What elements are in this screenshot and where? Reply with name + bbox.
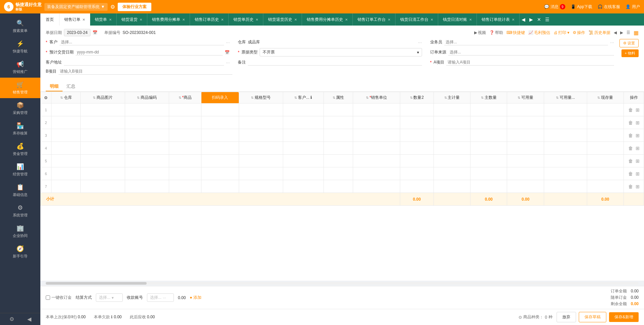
discard-button[interactable]: 放弃 xyxy=(557,312,576,322)
copy-row-6-btn[interactable]: ⊞ xyxy=(635,170,640,177)
tab-fee-split[interactable]: 销售费用分摊单 ✕ xyxy=(147,13,190,26)
tab-close-all-btn[interactable]: ✕ xyxy=(535,13,543,26)
close-receivable-reconcile-tab[interactable]: ✕ xyxy=(469,18,472,22)
tab-sales-refund[interactable]: 销货退货 ✕ xyxy=(117,13,147,26)
grid-view-btn[interactable]: ☰ xyxy=(627,30,630,35)
sidebar-item-operation[interactable]: 📊 经营管理 xyxy=(0,160,40,180)
col-stock[interactable]: 现存量 xyxy=(587,92,623,104)
customer-more-btn[interactable]: ··· xyxy=(226,40,230,45)
col-main-unit[interactable]: 主计量 xyxy=(433,92,470,104)
sidebar-item-quick[interactable]: ⚡ 快捷导航 xyxy=(0,37,40,57)
sidebar-settings-btn[interactable]: ⚙ xyxy=(9,316,14,322)
a-project-input[interactable] xyxy=(446,59,614,66)
close-sales-refund-tab[interactable]: ✕ xyxy=(140,18,142,22)
tab-order-workbench[interactable]: 销售订单工作台 ✕ xyxy=(353,13,395,26)
close-order-history-tab[interactable]: ✕ xyxy=(221,18,224,22)
sidebar-collapse-btn[interactable]: ◀ xyxy=(27,316,31,322)
sidebar-item-guide[interactable]: 🧭 新手引导 xyxy=(0,242,40,262)
profit-btn[interactable]: 📈 毛利预估 xyxy=(528,30,550,36)
col-product-name[interactable]: *商品 xyxy=(169,92,201,104)
sidebar-item-sales[interactable]: 🛒 销售管理 xyxy=(0,78,40,98)
close-order-workbench-tab[interactable]: ✕ xyxy=(388,18,390,22)
close-fee-history-tab[interactable]: ✕ xyxy=(345,18,348,22)
receipt-account-select[interactable]: 选择... ··· xyxy=(147,293,174,302)
scroll-thumb[interactable] xyxy=(46,282,147,285)
close-sales-stat-tab[interactable]: ✕ xyxy=(512,18,515,22)
tab-prev-btn[interactable]: ◀ xyxy=(520,13,527,26)
warehouse-more-btn[interactable]: ··· xyxy=(418,40,422,45)
add-payment-btn[interactable]: ● 添加 xyxy=(190,295,201,300)
help-btn[interactable]: ❓ 帮助 xyxy=(489,30,503,36)
sidebar-item-finance[interactable]: 💰 资金管理 xyxy=(0,139,40,160)
prev-record-btn[interactable]: ◀ xyxy=(614,30,617,35)
shortcut-btn[interactable]: ⌨ 快捷键 xyxy=(506,30,525,36)
invoice-type-select[interactable]: 不开票 ▾ xyxy=(260,48,422,56)
tab-return-history[interactable]: 销货单历史 ✕ xyxy=(229,13,263,26)
col-settings[interactable]: ⚙ xyxy=(41,92,51,104)
tab-order-history[interactable]: 销售订单历史 ✕ xyxy=(190,13,229,26)
tab-sales-order[interactable]: 销售订单 ✕ xyxy=(60,13,90,26)
tab-menu-btn[interactable]: ☰ xyxy=(543,13,552,26)
user-btn[interactable]: 👤 用户 xyxy=(626,4,640,10)
address-more-btn[interactable]: ··· xyxy=(226,60,230,65)
col-available[interactable]: 可用量 xyxy=(507,92,544,104)
close-sales-return-tab[interactable]: ✕ xyxy=(109,18,112,22)
tab-detail[interactable]: 明细 xyxy=(46,82,63,91)
message-btn[interactable]: 💬 消息 9 xyxy=(544,4,565,10)
solution-button[interactable]: 体验行业方案 xyxy=(118,3,151,11)
close-refund-history-tab[interactable]: ✕ xyxy=(294,18,297,22)
history-btn[interactable]: 📜 历史单据 xyxy=(589,30,610,36)
salesperson-input[interactable] xyxy=(444,39,608,45)
copy-row-2-btn[interactable]: ⊞ xyxy=(635,119,640,126)
tab-home[interactable]: 首页 xyxy=(40,13,60,26)
copy-row-5-btn[interactable]: ⊞ xyxy=(635,158,640,164)
tab-sales-stat[interactable]: 销售订单统计表 ✕ xyxy=(477,13,520,26)
sidebar-item-base[interactable]: 📋 基础信息 xyxy=(0,180,40,201)
customer-address-input[interactable] xyxy=(64,59,224,66)
save-new-button[interactable]: 保存&新增 xyxy=(609,312,639,322)
operations-btn[interactable]: ⚙ 操作 xyxy=(573,30,585,36)
table-view-btn[interactable]: ▦ xyxy=(634,30,639,36)
col-product-image[interactable]: 商品图片 xyxy=(81,92,125,104)
col-customer-ref[interactable]: 客户... ℹ xyxy=(283,92,324,104)
tab-receivable-reconcile[interactable]: 钱货日清对账 ✕ xyxy=(438,13,477,26)
sidebar-item-marketing[interactable]: 📢 营销推广 xyxy=(0,57,40,78)
order-source-input[interactable] xyxy=(448,49,614,55)
video-btn[interactable]: ▶ 视频 xyxy=(474,30,486,36)
sidebar-item-inventory[interactable]: 🏪 库存核算 xyxy=(0,119,40,139)
copy-row-7-btn[interactable]: ⊞ xyxy=(635,183,640,190)
sidebar-item-search[interactable]: 🔍 搜索菜单 xyxy=(0,16,40,37)
app-download-btn[interactable]: 📱 App下载 xyxy=(571,4,592,10)
col-scan-entry[interactable]: 扫码录入 xyxy=(201,92,239,104)
tab-fee-history[interactable]: 销售费用分摊单历史 ✕ xyxy=(302,13,353,26)
online-service-btn[interactable]: 🎧 在线客服 xyxy=(598,4,620,10)
salesperson-more-btn[interactable]: ··· xyxy=(610,40,614,45)
calendar2-icon[interactable]: 📅 xyxy=(225,50,230,55)
gear-button[interactable]: ⚙ xyxy=(110,4,115,10)
tab-refund-history[interactable]: 销货退货历史 ✕ xyxy=(263,13,302,26)
one-click-checkbox[interactable] xyxy=(46,295,50,300)
copy-row-3-btn[interactable]: ⊞ xyxy=(635,132,640,139)
remark-input[interactable] xyxy=(248,59,422,66)
copy-row-1-btn[interactable]: ⊞ xyxy=(635,107,640,113)
tab-receivable-workbench[interactable]: 钱货日清工作台 ✕ xyxy=(395,13,438,26)
sidebar-item-purchase[interactable]: 📦 采购管理 xyxy=(0,98,40,119)
calendar-icon[interactable]: 📅 xyxy=(92,30,98,35)
tab-sales-return[interactable]: 销货单 ✕ xyxy=(90,13,117,26)
b-project-input[interactable] xyxy=(59,68,232,75)
save-draft-button[interactable]: 保存草稿 xyxy=(579,312,606,322)
delete-row-1-btn[interactable]: 🗑 xyxy=(628,107,634,113)
close-receivable-workbench-tab[interactable]: ✕ xyxy=(430,18,433,22)
delete-row-5-btn[interactable]: 🗑 xyxy=(628,158,634,164)
copy-row-4-btn[interactable]: ⊞ xyxy=(635,145,640,152)
close-fee-split-tab[interactable]: ✕ xyxy=(182,18,185,22)
add-material-btn[interactable]: + 物料 xyxy=(621,49,639,57)
col-qty2[interactable]: 数量2 xyxy=(400,92,434,104)
tab-summary[interactable]: 汇总 xyxy=(63,82,79,91)
col-sales-unit[interactable]: *销售单位 xyxy=(353,92,400,104)
delete-row-4-btn[interactable]: 🗑 xyxy=(628,145,634,152)
next-record-btn[interactable]: ▶ xyxy=(620,30,623,35)
col-attribute[interactable]: 属性 xyxy=(324,92,353,104)
delete-row-6-btn[interactable]: 🗑 xyxy=(628,170,634,177)
col-spec-model[interactable]: 规格型号 xyxy=(239,92,283,104)
